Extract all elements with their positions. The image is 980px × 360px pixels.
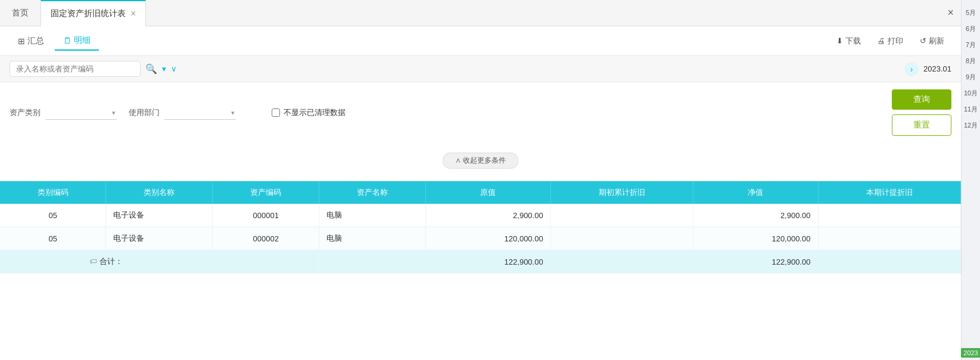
query-button[interactable]: 查询 [892,89,951,110]
right-sidebar: 5月6月7月8月9月10月11月12月2023 [961,0,980,360]
toolbar: ⊞ 汇总 🗒 明细 ⬇ 下载 🖨 打印 ↺ 刷新 [0,26,961,56]
dept-select-wrapper [164,105,236,120]
cell-net-value: 2,900.00 [693,204,818,227]
col-asset-name: 资产名称 [319,181,426,204]
sidebar-month-item[interactable]: 6月 [962,21,980,37]
cell-asset-code: 000002 [213,227,319,250]
more-filter-button[interactable]: ▾ ∨ [162,64,177,73]
window-close-button[interactable]: × [947,7,954,19]
filter-icon: ▾ [162,64,166,73]
cell-asset-name: 电脑 [319,204,426,227]
cell-asset-code: 000001 [213,204,319,227]
col-category-name: 类别名称 [106,181,213,204]
asset-type-filter: 资产类别 [10,105,117,120]
detail-label: 明细 [74,35,91,46]
summary-tab-button[interactable]: ⊞ 汇总 [10,32,52,50]
print-icon: 🖨 [878,36,885,45]
cell-original-value: 2,900.00 [426,204,550,227]
cell-category-name: 电子设备 [106,227,213,250]
filter-actions: 查询 重置 [892,89,951,136]
total-row: 🏷 合计： 122,900.00 122,900.00 [0,250,961,274]
col-net-value: 净值 [693,181,818,204]
cell-category-code: 05 [0,204,106,227]
dept-select[interactable] [164,105,236,120]
tab-close-icon[interactable]: × [130,8,136,19]
cell-asset-name: 电脑 [319,227,426,250]
col-original-value: 原值 [426,181,550,204]
total-label-cell: 🏷 合计： [0,250,213,274]
table-header-row: 类别编码 类别名称 资产编码 资产名称 原值 期初累计折旧 净值 本期计提折旧 [0,181,961,204]
collapse-bar: ∧ 收起更多条件 [10,148,951,173]
sidebar-month-item[interactable]: 12月 [962,117,980,134]
year-badge: 2023 [961,348,980,358]
refresh-label: 刷新 [929,36,944,46]
sidebar-month-item[interactable]: 5月 [962,5,980,21]
detail-tab-button[interactable]: 🗒 明细 [55,32,99,51]
sidebar-month-item[interactable]: 11月 [962,101,980,117]
dept-label: 使用部门 [129,107,160,118]
print-button[interactable]: 🖨 打印 [870,32,910,50]
total-spacer2 [319,250,426,274]
search-icon[interactable]: 🔍 [145,63,157,75]
sidebar-month-item[interactable]: 8月 [962,53,980,69]
asset-type-select-wrapper [45,105,117,120]
total-icon: 🏷 [89,257,97,266]
download-button[interactable]: ⬇ 下载 [829,32,868,50]
download-label: 下载 [845,36,861,46]
cell-original-value: 120,000.00 [426,227,550,250]
sidebar-month-item[interactable]: 9月 [962,69,980,85]
cell-net-value: 120,000.00 [693,227,818,250]
filter-row-1: 资产类别 使用部门 不显示已清理数据 [10,89,951,136]
data-table: 类别编码 类别名称 资产编码 资产名称 原值 期初累计折旧 净值 本期计提折旧 … [0,181,961,274]
exclude-cleared-label: 不显示已清理数据 [284,107,346,118]
tab-bar: 首页 固定资产折旧统计表 × × [0,0,961,26]
total-original-value: 122,900.00 [426,250,550,274]
cell-category-code: 05 [0,227,106,250]
cell-accumulated-dep [550,227,693,250]
exclude-cleared-checkbox[interactable] [272,108,280,117]
total-current-dep [818,250,961,274]
col-category-code: 类别编码 [0,181,106,204]
table-row: 05 电子设备 000001 电脑 2,900.00 2,900.00 [0,204,961,227]
tab-home[interactable]: 首页 [0,0,41,26]
refresh-icon: ↺ [920,36,926,45]
tab-active-label: 固定资产折旧统计表 [51,8,126,19]
date-display: 2023.01 [923,64,951,73]
table-container: 类别编码 类别名称 资产编码 资产名称 原值 期初累计折旧 净值 本期计提折旧 … [0,181,961,360]
col-accumulated-dep: 期初累计折旧 [550,181,693,204]
col-asset-code: 资产编码 [213,181,319,204]
sidebar-month-item[interactable]: 10月 [962,85,980,101]
summary-label: 汇总 [27,36,44,46]
dept-filter: 使用部门 [129,105,236,120]
summary-icon: ⊞ [18,36,25,46]
nav-right-arrow[interactable]: › [904,62,919,76]
cell-accumulated-dep [550,204,693,227]
table-row: 05 电子设备 000002 电脑 120,000.00 120,000.00 [0,227,961,250]
col-current-dep: 本期计提折旧 [818,181,961,204]
cell-current-dep [818,227,961,250]
total-spacer1 [213,250,319,274]
search-bar: 🔍 ▾ ∨ › 2023.01 [0,56,961,82]
search-input[interactable] [10,61,141,77]
collapse-button[interactable]: ∧ 收起更多条件 [443,153,518,169]
asset-type-label: 资产类别 [10,107,41,118]
sidebar-month-item[interactable]: 7月 [962,37,980,53]
chevron-down-icon: ∨ [171,64,177,73]
tab-active[interactable]: 固定资产折旧统计表 × [41,0,146,26]
filter-panel: 资产类别 使用部门 不显示已清理数据 [0,82,961,181]
total-accumulated-dep [550,250,693,274]
download-icon: ⬇ [836,36,843,45]
cell-current-dep [818,204,961,227]
total-net-value: 122,900.00 [693,250,818,274]
print-label: 打印 [888,36,903,46]
refresh-button[interactable]: ↺ 刷新 [913,32,951,50]
exclude-cleared-filter: 不显示已清理数据 [272,107,346,118]
asset-type-select[interactable] [45,105,117,120]
cell-category-name: 电子设备 [106,204,213,227]
detail-icon: 🗒 [63,36,71,45]
reset-button[interactable]: 重置 [892,114,951,136]
